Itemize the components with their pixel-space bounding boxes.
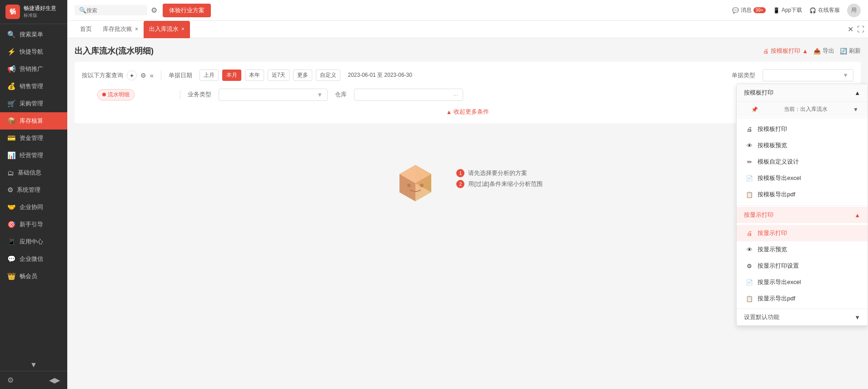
warehouse-select[interactable]: ··· [354,89,463,101]
template_export_pdf-label: 按模板导出pdf [758,190,795,199]
sidebar-item-inventory[interactable]: 📦库存核算 [0,112,67,130]
template_preview-label: 按模板预览 [758,141,787,150]
tab-close-batch[interactable]: × [135,26,138,32]
message-btn[interactable]: 💬 消息 99+ [732,6,766,14]
appcenter-icon: 📱 [7,238,16,246]
sidebar-item-enterprise[interactable]: 🤝企业协同 [0,199,67,216]
gear-icon[interactable]: ⚙ [151,6,157,15]
filter-scheme-controls: 按以下方案查询 + ⚙ « [82,70,154,80]
inventory-icon: 📦 [7,117,16,125]
dp-item-display_export_pdf[interactable]: 📋按显示导出pdf [737,290,868,307]
sidebar-item-label-newbie: 新手引导 [20,220,43,229]
sidebar-item-newbie[interactable]: 🎯新手引导 [0,216,67,233]
sidebar-item-quicknav[interactable]: ⚡快捷导航 [0,43,67,60]
topbar-search-box[interactable]: 🔍 [75,5,147,15]
sidebar-item-search[interactable]: 🔍搜索菜单 [0,26,67,43]
app-icon: 📱 [773,7,780,14]
tab-label-home: 首页 [80,25,92,33]
dp-item-template_preview[interactable]: 👁按模板预览 [737,137,868,154]
date-btn-自定义[interactable]: 自定义 [316,70,340,81]
dp-item-template_custom[interactable]: ✏模板自定义设计 [737,154,868,170]
filter-badge-liushui[interactable]: 流水明细 [97,89,135,100]
display_preview-label: 按显示预览 [758,245,787,254]
tab-label-flow: 出入库流水 [149,25,179,33]
svg-point-4 [407,184,411,187]
collapse-more-btn[interactable]: ▲ 收起更多条件 [446,108,489,116]
sales-icon: 💰 [7,82,16,90]
sidebar-item-wechat[interactable]: 💬企业微信 [0,250,67,268]
logo-icon: 畅 [5,5,20,19]
date-btn-本年[interactable]: 本年 [245,70,264,81]
sidebar-item-appcenter[interactable]: 📱应用中心 [0,233,67,250]
sidebar-item-label-wechat: 企业微信 [20,255,43,263]
scroll-down-btn[interactable]: ▼ [30,361,37,369]
business-type-select[interactable]: ▼ [219,89,328,101]
operations-icon: 📊 [7,151,16,160]
service-btn[interactable]: 🎧 在线客服 [809,6,840,14]
doc-type-select[interactable]: ▼ [763,69,853,81]
display_export_pdf-label: 按显示导出pdf [758,294,795,303]
sidebar-item-basic[interactable]: 🗂基础信息 [0,164,67,181]
search-input[interactable] [86,7,143,14]
date-btn-本月[interactable]: 本月 [222,70,241,81]
dp-item-template_print[interactable]: 🖨按模板打印 [737,121,868,137]
sidebar-item-member[interactable]: 👑畅会员 [0,268,67,285]
display_preview-icon: 👁 [746,246,753,253]
dp-item-display_export_excel[interactable]: 📄按显示导出excel [737,274,868,290]
dp-footer[interactable]: 设置默认功能 ▼ [737,309,868,325]
dp-display-section-header[interactable]: 按显示打印 ▲ [737,207,868,223]
collapse-scheme-btn[interactable]: « [150,72,154,79]
app-download-btn[interactable]: 📱 App下载 [773,6,802,14]
tab-close-flow[interactable]: × [181,26,185,32]
purchase-icon: 🛒 [7,100,16,108]
business-type-arrow-icon: ▼ [317,91,323,98]
template_preview-icon: 👁 [746,142,753,149]
settings-scheme-btn[interactable]: ⚙ [140,72,146,79]
refresh-btn[interactable]: 🔄 刷新 [840,47,861,55]
display_export_excel-icon: 📄 [746,279,753,286]
dp-scroll-up-icon: ▲ [854,90,860,96]
sidebar-item-operations[interactable]: 📊经营管理 [0,147,67,164]
dp-item-display_print[interactable]: 🖨按显示打印 [737,225,868,241]
collapse-sidebar-btn[interactable]: ◀▶ [49,376,60,384]
export-btn[interactable]: 📤 导出 [813,47,834,55]
avatar[interactable]: 用 [847,4,861,17]
industry-btn[interactable]: 体验行业方案 [163,4,211,17]
dp-current-item[interactable]: 📌 当前：出入库流水 ▼ [737,102,868,117]
dp-item-template_export_excel[interactable]: 📄按模板导出excel [737,170,868,186]
template_print-label: 按模板打印 [758,125,787,133]
settings-bottom-btn[interactable]: ⚙ [7,376,14,384]
date-btn-更多[interactable]: 更多 [293,70,312,81]
dp-item-display_preview[interactable]: 👁按显示预览 [737,241,868,258]
display_settings-label: 按显示打印设置 [758,262,799,270]
sidebar-item-label-purchase: 采购管理 [20,100,43,108]
dp-item-display_settings[interactable]: ⚙按显示打印设置 [737,258,868,274]
dp-display-section: 🖨按显示打印👁按显示预览⚙按显示打印设置📄按显示导出excel📋按显示导出pdf [737,223,868,309]
sidebar-item-system[interactable]: ⚙系统管理 [0,181,67,199]
sidebar-item-label-operations: 经营管理 [20,151,43,160]
sidebar-item-purchase[interactable]: 🛒采购管理 [0,95,67,112]
template_export_excel-label: 按模板导出excel [758,174,801,182]
sidebar-item-capital[interactable]: 💳资金管理 [0,130,67,147]
display_export_pdf-icon: 📋 [746,295,753,302]
display_export_excel-label: 按显示导出excel [758,278,801,286]
sidebar-scroll-down[interactable]: ▼ [0,359,67,371]
tab-home[interactable]: 首页 [75,21,97,38]
refresh-icon: 🔄 [840,48,847,55]
tabbar-controls: ✕ ⛶ [848,25,868,34]
date-filter: 上月本月本年近7天更多自定义 [200,70,341,81]
tab-batch[interactable]: 库存批次账× [97,21,144,38]
dp-item-template_export_pdf[interactable]: 📋按模板导出pdf [737,186,868,203]
topbar-right: 💬 消息 99+ 📱 App下载 🎧 在线客服 用 [732,4,861,17]
date-btn-上月[interactable]: 上月 [200,70,219,81]
tab-expand-btn[interactable]: ⛶ [857,25,864,34]
printer-icon: 🖨 [763,48,769,55]
date-btn-近7天[interactable]: 近7天 [268,70,290,81]
tab-flow[interactable]: 出入库流水× [144,21,190,38]
print-template-btn[interactable]: 🖨 按模板打印 ▲ [763,47,808,55]
tab-close-all-btn[interactable]: ✕ [848,25,853,34]
sidebar: 畅 畅捷通好生意 标准版 🔍搜索菜单⚡快捷导航📢营销推广💰销售管理🛒采购管理📦库… [0,0,67,389]
sidebar-item-sales[interactable]: 💰销售管理 [0,78,67,95]
sidebar-item-marketing[interactable]: 📢营销推广 [0,60,67,78]
add-scheme-btn[interactable]: + [127,70,137,80]
